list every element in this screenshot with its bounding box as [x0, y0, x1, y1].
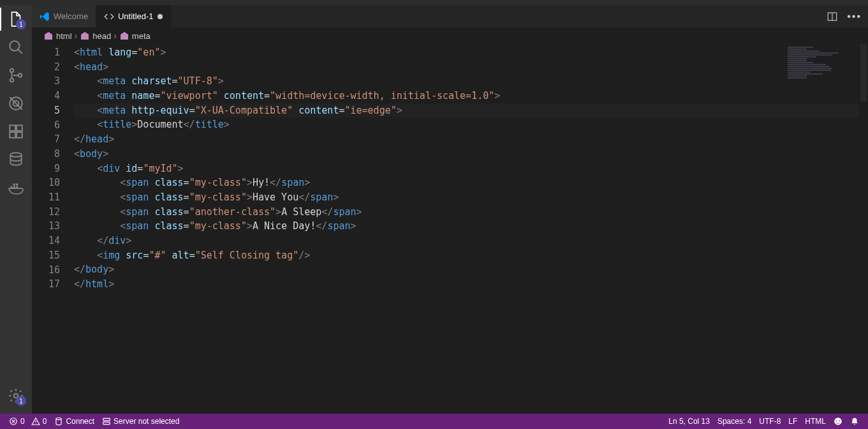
chevron-right-icon: ›	[114, 31, 117, 41]
database-icon[interactable]	[7, 151, 25, 169]
breadcrumb[interactable]: html › head › meta	[32, 27, 868, 44]
activity-bar: 1 1	[0, 5, 32, 414]
svg-rect-7	[10, 132, 15, 138]
svg-rect-9	[17, 125, 22, 131]
svg-point-22	[834, 418, 842, 425]
explorer-badge: 1	[16, 19, 26, 29]
scrollbar[interactable]	[859, 44, 868, 414]
tab-welcome[interactable]: Welcome	[32, 5, 96, 27]
tab-actions: •••	[820, 5, 868, 27]
vscode-icon	[40, 11, 50, 22]
feedback-icon[interactable]	[830, 414, 846, 429]
status-errors[interactable]: 0 0	[5, 414, 50, 429]
tab-dirty-icon	[158, 14, 163, 19]
status-language[interactable]: HTML	[801, 414, 830, 429]
code-icon	[104, 11, 114, 22]
tab-untitled[interactable]: Untitled-1	[96, 5, 171, 27]
svg-point-2	[10, 79, 13, 82]
split-editor-icon[interactable]	[827, 11, 838, 22]
code-editor[interactable]: <html lang="en"> <head> <meta charset="U…	[74, 44, 868, 414]
editor-content: Welcome Untitled-1 ••• html › head › met…	[32, 5, 868, 414]
debug-icon[interactable]	[7, 94, 25, 112]
svg-rect-15	[16, 184, 18, 186]
svg-rect-6	[10, 125, 15, 131]
bell-icon[interactable]	[846, 414, 863, 429]
svg-point-23	[836, 420, 837, 421]
chevron-right-icon: ›	[75, 31, 78, 41]
minimap[interactable]	[788, 47, 858, 302]
svg-point-0	[10, 41, 19, 50]
status-eol[interactable]: LF	[784, 414, 801, 429]
svg-rect-20	[103, 418, 110, 421]
more-actions-icon[interactable]: •••	[847, 11, 862, 22]
line-gutter: 1234567891011121314151617	[32, 44, 74, 414]
menubar[interactable]	[0, 0, 868, 5]
status-server[interactable]: Server not selected	[98, 414, 183, 429]
tab-label: Welcome	[54, 11, 88, 21]
status-line-col[interactable]: Ln 5, Col 13	[665, 414, 714, 429]
svg-point-1	[10, 69, 13, 72]
tab-bar: Welcome Untitled-1 •••	[32, 5, 868, 27]
svg-point-10	[10, 153, 21, 157]
status-connect[interactable]: Connect	[50, 414, 98, 429]
search-icon[interactable]	[7, 38, 25, 56]
svg-point-24	[839, 420, 840, 421]
svg-rect-8	[17, 132, 22, 138]
source-control-icon[interactable]	[7, 66, 25, 84]
svg-point-3	[18, 73, 22, 77]
settings-badge: 1	[16, 396, 26, 406]
svg-point-19	[56, 418, 61, 419]
editor-area[interactable]: 1234567891011121314151617 <html lang="en…	[32, 44, 868, 414]
settings-icon[interactable]: 1	[7, 387, 25, 405]
docker-icon[interactable]	[7, 179, 25, 197]
status-indent[interactable]: Spaces: 4	[714, 414, 755, 429]
tab-label: Untitled-1	[118, 11, 154, 21]
svg-rect-21	[103, 422, 110, 425]
status-encoding[interactable]: UTF-8	[755, 414, 784, 429]
svg-rect-14	[13, 184, 15, 186]
status-bar: 0 0 Connect Server not selected Ln 5, Co…	[0, 414, 868, 429]
explorer-icon[interactable]: 1	[7, 10, 25, 28]
extensions-icon[interactable]	[7, 123, 25, 140]
